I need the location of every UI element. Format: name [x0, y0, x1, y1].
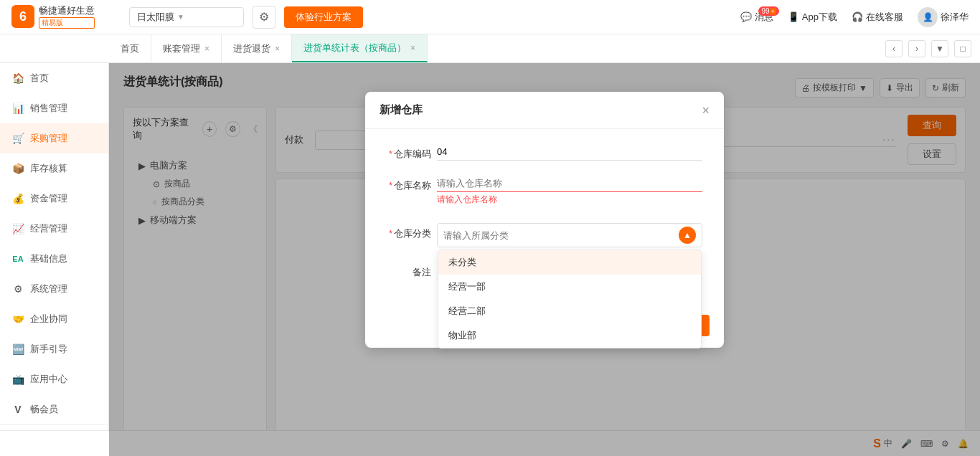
sidebar-item-purchase[interactable]: 🛒 采购管理	[0, 123, 108, 153]
warehouse-code-field: 仓库编码	[387, 143, 702, 161]
sidebar-item-finance[interactable]: 💰 资金管理	[0, 184, 108, 214]
member-icon: V	[11, 403, 24, 416]
sidebar-system-label: 系统管理	[30, 282, 67, 295]
sidebar-item-system[interactable]: ⚙ 系统管理	[0, 274, 108, 304]
online-service-label: 在线客服	[866, 11, 903, 24]
trial-button[interactable]: 体验行业方案	[284, 6, 363, 28]
sidebar-item-home[interactable]: 🏠 首页	[0, 63, 108, 93]
dropdown-item-property[interactable]: 物业部	[438, 323, 701, 348]
store-selector[interactable]: 日太阳膜 ▼	[129, 7, 244, 27]
content-area: 进货单统计(按商品) 🖨 按模板打印 ▼ ⬇ 导出 ↻ 刷新	[109, 63, 980, 456]
sidebar-purchase-label: 采购管理	[30, 132, 67, 145]
user-item[interactable]: 👤 徐泽华	[918, 7, 969, 27]
sidebar-item-enterprise[interactable]: 🤝 企业协同	[0, 304, 108, 334]
modal-body: 仓库编码 仓库名称 请输入仓库名称 仓库分类	[365, 129, 724, 308]
add-warehouse-modal: 新增仓库 × 仓库编码 仓库名称 请输入仓库名称	[365, 92, 724, 348]
headset-icon: 🎧	[852, 11, 863, 22]
tab-account-label: 账套管理	[163, 42, 200, 55]
modal-overlay: 新增仓库 × 仓库编码 仓库名称 请输入仓库名称	[109, 63, 980, 456]
tab-prev-button[interactable]: ‹	[885, 40, 903, 57]
logo-area: 6 畅捷通好生意 精易版	[11, 5, 121, 29]
warehouse-notes-label: 备注	[387, 262, 437, 279]
tab-account-close[interactable]: ×	[204, 44, 209, 54]
gear-button[interactable]: ⚙	[253, 6, 275, 29]
tab-account[interactable]: 账套管理 ×	[151, 34, 222, 62]
app-download-label: App下载	[802, 11, 837, 24]
tab-restore-button[interactable]: □	[954, 40, 971, 57]
top-header: 6 畅捷通好生意 精易版 日太阳膜 ▼ ⚙ 体验行业方案 💬 消息 99+ 📱 …	[0, 0, 980, 34]
enterprise-icon: 🤝	[11, 313, 24, 326]
app-badge: 精易版	[39, 17, 95, 29]
message-icon: 💬	[740, 11, 752, 22]
category-dropdown-arrow[interactable]: ▲	[679, 227, 696, 244]
finance-icon: 💰	[11, 192, 24, 205]
dropdown-item-unclassified[interactable]: 未分类	[438, 250, 701, 275]
sidebar-item-app-center[interactable]: 📺 应用中心	[0, 364, 108, 394]
basic-info-icon: EA	[11, 252, 24, 265]
main-layout: 🏠 首页 📊 销售管理 🛒 采购管理 📦 库存核算 💰 资金管理 📈 经营管理 …	[0, 63, 980, 456]
tab-next-button[interactable]: ›	[908, 40, 925, 57]
app-name: 畅捷通好生意	[39, 5, 95, 17]
sidebar-finance-label: 资金管理	[30, 192, 67, 205]
tab-bar: 首页 账套管理 × 进货退货 × 进货单统计表（按商品） × ‹ › ▼ □	[0, 34, 980, 63]
category-dropdown-list: 未分类 经营一部 经营二部 物业部	[438, 250, 702, 348]
system-icon: ⚙	[11, 282, 24, 295]
tab-purchase-return-label: 进货退货	[233, 42, 270, 55]
warehouse-name-error: 请输入仓库名称	[437, 194, 702, 206]
sidebar-home-label: 首页	[30, 72, 49, 85]
sidebar-member-label: 畅会员	[30, 403, 58, 416]
modal-header: 新增仓库 ×	[365, 92, 724, 129]
gear-icon: ⚙	[259, 10, 269, 24]
sidebar-item-guide[interactable]: 🆕 新手引导	[0, 334, 108, 364]
app-download-item[interactable]: 📱 App下载	[788, 11, 837, 24]
store-name: 日太阳膜	[137, 11, 174, 24]
warehouse-category-input[interactable]	[443, 230, 679, 241]
dropdown-item-dept1[interactable]: 经营一部	[438, 275, 701, 299]
sidebar-item-sales[interactable]: 📊 销售管理	[0, 93, 108, 123]
modal-title: 新增仓库	[380, 103, 423, 117]
app-download-icon: 📱	[788, 11, 799, 22]
sidebar-enterprise-label: 企业协同	[30, 313, 67, 326]
sidebar-app-center-label: 应用中心	[30, 373, 67, 386]
warehouse-name-label: 仓库名称	[387, 175, 437, 192]
message-item[interactable]: 💬 消息 99+	[740, 11, 773, 24]
store-dropdown-arrow: ▼	[177, 13, 184, 21]
tab-bar-controls: ‹ › ▼ □	[877, 34, 980, 62]
header-right: 💬 消息 99+ 📱 App下载 🎧 在线客服 👤 徐泽华	[740, 7, 969, 27]
tab-purchase-stats-close[interactable]: ×	[410, 43, 415, 53]
avatar: 👤	[918, 7, 938, 27]
tab-purchase-return-close[interactable]: ×	[275, 44, 280, 54]
online-service-item[interactable]: 🎧 在线客服	[852, 11, 903, 24]
dropdown-item-dept2[interactable]: 经营二部	[438, 299, 701, 323]
tab-menu-button[interactable]: ▼	[931, 40, 948, 57]
warehouse-name-field: 仓库名称 请输入仓库名称	[387, 175, 702, 209]
tab-home[interactable]: 首页	[109, 34, 151, 62]
warehouse-code-label: 仓库编码	[387, 143, 437, 161]
message-badge: 99+	[758, 6, 778, 16]
sales-icon: 📊	[11, 102, 24, 115]
tab-purchase-stats-label: 进货单统计表（按商品）	[303, 42, 406, 54]
warehouse-name-input[interactable]	[437, 175, 702, 192]
user-name: 徐泽华	[941, 11, 969, 24]
tab-purchase-return[interactable]: 进货退货 ×	[222, 34, 292, 62]
sidebar-inventory-label: 库存核算	[30, 162, 67, 175]
modal-close-button[interactable]: ×	[702, 104, 710, 117]
warehouse-category-field: 仓库分类 ▲ 未分类 经营一部 经营二部 物业部	[387, 223, 702, 247]
sidebar-item-inventory[interactable]: 📦 库存核算	[0, 153, 108, 184]
sidebar-item-basic-info[interactable]: EA 基础信息	[0, 244, 108, 274]
home-icon: 🏠	[11, 72, 24, 85]
sidebar-guide-label: 新手引导	[30, 343, 67, 356]
sidebar: 🏠 首页 📊 销售管理 🛒 采购管理 📦 库存核算 💰 资金管理 📈 经营管理 …	[0, 63, 109, 456]
tab-home-label: 首页	[121, 42, 139, 55]
app-logo-icon: 6	[11, 5, 34, 28]
operation-icon: 📈	[11, 222, 24, 235]
sidebar-sales-label: 销售管理	[30, 102, 67, 115]
sidebar-item-operation[interactable]: 📈 经营管理	[0, 214, 108, 244]
tab-purchase-stats[interactable]: 进货单统计表（按商品） ×	[292, 34, 428, 62]
guide-icon: 🆕	[11, 343, 24, 356]
sidebar-item-member[interactable]: V 畅会员	[0, 394, 108, 424]
inventory-icon: 📦	[11, 162, 24, 175]
warehouse-code-input[interactable]	[437, 143, 702, 161]
app-center-icon: 📺	[11, 373, 24, 386]
warehouse-category-label: 仓库分类	[387, 223, 437, 240]
